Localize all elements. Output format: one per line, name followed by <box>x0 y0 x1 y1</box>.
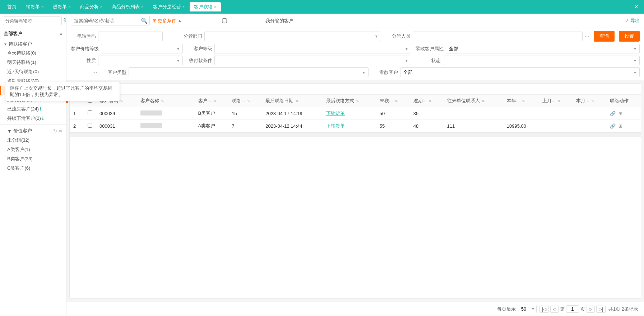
manager-more-dots[interactable]: ··· <box>585 33 589 39</box>
tab-home[interactable]: 首页 <box>3 2 21 11</box>
sidebar-item-class-c[interactable]: C类客户(6) <box>0 164 66 173</box>
name-sort-icon[interactable]: ⇅ <box>161 99 164 103</box>
horizontal-scrollbar[interactable] <box>70 132 641 137</box>
contact-person-sort-icon[interactable]: ⇅ <box>482 99 485 103</box>
manager-select[interactable] <box>413 32 583 41</box>
export-btn[interactable]: ↗ 导出 <box>625 18 640 24</box>
chevron-up-icon: ▲ <box>177 18 182 23</box>
row2-checkbox[interactable] <box>88 123 92 128</box>
customer-grade-field: 客户等级 ▼ <box>187 44 411 53</box>
tab-sales-order[interactable]: 销货单 × <box>22 2 48 11</box>
tab-product-analysis-close[interactable]: × <box>100 5 102 9</box>
declining-info-icon[interactable]: ℹ <box>42 116 44 121</box>
sidebar-search-icon[interactable]: 🔍 <box>63 18 66 24</box>
all-customers-label: 全部客户 <box>4 30 22 37</box>
customer-type-field: 客户类型 ▼ <box>101 67 368 77</box>
first-page-btn[interactable]: |◁ <box>539 306 549 313</box>
my-customers-checkbox-area[interactable]: 我分管的客户 <box>185 18 293 24</box>
tab-product-analysis[interactable]: 商品分析 × <box>76 2 107 11</box>
last-method-sort-icon[interactable]: ⇅ <box>356 99 359 103</box>
tab-purchase-order[interactable]: 进货单 × <box>48 2 75 11</box>
tab-customer-contact[interactable]: 客户联络 × <box>190 2 221 11</box>
tab-purchase-order-close[interactable]: × <box>68 5 70 9</box>
my-customers-checkbox[interactable] <box>185 18 264 23</box>
code-sort-icon[interactable]: ⇅ <box>120 99 123 103</box>
value-customers-group[interactable]: ▼ 价值客户 ↻ ✏ <box>0 126 66 136</box>
main-layout: 🔍 全部客户 « ▼ 待联络客户 今天待联络(0) 明天待联络(1) 近7天待联… <box>0 14 644 316</box>
per-page-select[interactable]: 50 10 20 100 <box>519 305 537 313</box>
retail-customer-select[interactable]: 全部 <box>400 67 640 77</box>
sidebar-item-tomorrow-pending[interactable]: 明天待联络(1) <box>0 58 66 67</box>
col-this-month: 本月... ⇅ <box>573 95 606 107</box>
sidebar-item-declining[interactable]: 持续下滑客户(2) ℹ <box>0 114 66 123</box>
this-year-sort-icon[interactable]: ⇅ <box>522 99 525 103</box>
export-icon: ↗ <box>625 18 629 23</box>
prev-page-btn[interactable]: ◁ <box>550 306 559 313</box>
last-date-sort-icon[interactable]: ⇅ <box>296 99 298 103</box>
row2-name-blur <box>140 123 162 128</box>
pending-contact-label: 待联络客户 <box>9 41 32 47</box>
type-sort-icon[interactable]: ⇅ <box>213 99 216 103</box>
row1-name[interactable] <box>137 107 194 120</box>
sidebar-item-today-pending[interactable]: 今天待联络(0) <box>0 48 66 58</box>
overdue-sort-icon[interactable]: ⇅ <box>428 99 431 103</box>
row2-contact: 7 <box>228 120 262 132</box>
search-btn-icon[interactable]: 🔍 <box>141 18 148 24</box>
row2-grid-icon[interactable]: ⊞ <box>618 123 622 129</box>
tab-customer-contact-close[interactable]: × <box>214 5 216 9</box>
gender-label: 性质 <box>71 57 96 64</box>
payment-select[interactable] <box>214 56 411 65</box>
tab-product-analysis-list[interactable]: 商品分析列表 × <box>107 2 148 11</box>
settings-btn[interactable]: 设置 <box>619 31 640 42</box>
collapse-arrow-icon[interactable]: « <box>60 31 62 37</box>
tab-product-analysis-list-close[interactable]: × <box>141 5 143 9</box>
row2-last-method[interactable]: 下销货单 <box>323 120 376 132</box>
page-number-input[interactable] <box>566 305 579 313</box>
last-month-sort-icon[interactable]: ⇅ <box>557 99 560 103</box>
row2-link-icon[interactable]: 🔗 <box>610 123 616 129</box>
tab-customer-segmentation-close[interactable]: × <box>182 5 185 9</box>
window-close-btn[interactable]: × <box>631 3 641 11</box>
row1-checkbox[interactable] <box>88 110 92 115</box>
phone-input[interactable] <box>98 32 163 41</box>
sidebar-item-unclassified[interactable]: 未分组(32) <box>0 136 66 145</box>
pending-contact-group[interactable]: ▼ 待联络客户 <box>0 39 66 48</box>
all-customers-header[interactable]: 全部客户 « <box>0 28 66 39</box>
filter-row-3: 性质 ▼ 收付款条件 ▼ 状态 <box>71 56 640 65</box>
contact-sort-icon[interactable]: ⇅ <box>247 99 250 103</box>
tab-sales-order-close[interactable]: × <box>41 5 43 9</box>
reload-icon[interactable]: ↻ <box>53 128 57 134</box>
tab-customer-segmentation[interactable]: 客户分层经营 × <box>149 2 189 11</box>
row1-checkbox-cell <box>84 107 96 120</box>
department-select[interactable] <box>204 32 381 41</box>
filter-row-1: 电话号码 分管部门 ▼ 分管人员 ··· 查询 <box>71 31 640 42</box>
next-page-btn[interactable]: ▷ <box>587 306 595 313</box>
row1-last-method[interactable]: 下销货单 <box>323 107 376 120</box>
row2-name[interactable] <box>137 120 194 132</box>
sidebar-item-class-b[interactable]: B类客户(33) <box>0 154 66 164</box>
tab-product-analysis-list-label: 商品分析列表 <box>112 4 140 10</box>
gender-select[interactable] <box>98 56 183 65</box>
query-btn[interactable]: 查询 <box>594 31 615 42</box>
unpaid-sort-icon[interactable]: ⇅ <box>395 99 398 103</box>
row4-more-dots[interactable]: ··· <box>71 69 97 76</box>
sidebar-item-class-a[interactable]: A类客户(1) <box>0 145 66 154</box>
customer-type-select-wrap: ▼ <box>129 67 368 77</box>
last-page-btn[interactable]: ▷| <box>596 306 606 313</box>
customer-grade-select[interactable] <box>214 44 411 53</box>
row1-grid-icon[interactable]: ⊞ <box>618 111 622 116</box>
sidebar-item-lost[interactable]: 已流失客户(24) ℹ <box>0 104 66 114</box>
edit-icon[interactable]: ✏ <box>59 128 62 134</box>
lost-info-icon[interactable]: ℹ <box>40 107 42 112</box>
customer-type-select[interactable] <box>129 67 368 77</box>
search-input[interactable] <box>71 16 150 25</box>
price-grade-select[interactable] <box>101 44 183 53</box>
sidebar-item-7days-pending[interactable]: 近7天待联络(0) <box>0 67 66 76</box>
retail-customer-field: 零散客户 全部 ▼ <box>373 67 640 77</box>
row1-link-icon[interactable]: 🔗 <box>610 111 616 116</box>
this-month-sort-icon[interactable]: ⇅ <box>591 99 594 103</box>
more-conditions-btn[interactable]: ⊞ 更多条件 ▲ <box>153 18 182 24</box>
status-select[interactable] <box>443 56 640 65</box>
retail-attr-select[interactable]: 全部 <box>446 44 640 53</box>
sidebar-search-input[interactable] <box>3 16 62 25</box>
